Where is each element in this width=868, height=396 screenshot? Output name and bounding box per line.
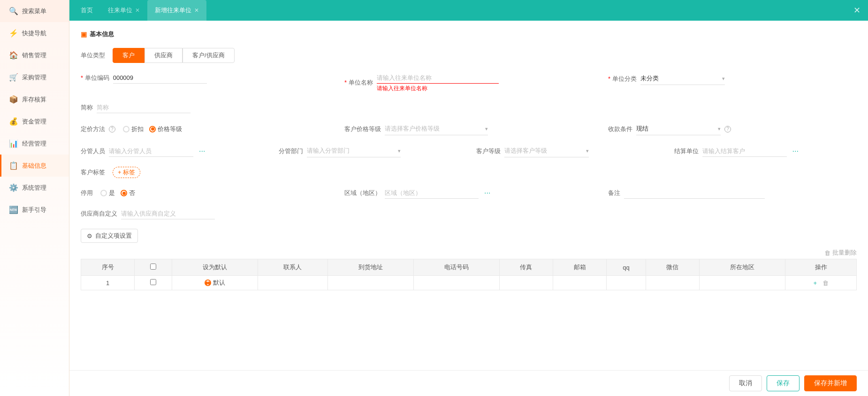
tab-partner[interactable]: 往来单位 ✕ — [100, 0, 147, 21]
customer-tag-field: 客户标签 + 标签 — [81, 167, 857, 178]
sidebar-item-basic-info[interactable]: 📋 基础信息 — [0, 155, 69, 177]
customer-level-placeholder: 请选择客户等级 — [504, 147, 584, 155]
table-select-all[interactable] — [150, 264, 156, 270]
settlement-unit-input[interactable] — [702, 146, 787, 157]
discount-radio-circle — [123, 126, 129, 132]
col-default: 设为默认 — [172, 259, 258, 276]
custom-settings-button[interactable]: ⚙ 自定义项设置 — [81, 229, 138, 243]
batch-delete-btn[interactable]: 🗑 批量删除 — [81, 248, 857, 257]
unit-type-both[interactable]: 客户/供应商 — [183, 48, 235, 63]
unit-code-field: 单位编码 — [81, 72, 329, 84]
gear-icon: ⚙ — [87, 233, 92, 240]
unit-type-supplier[interactable]: 供应商 — [145, 48, 183, 63]
settlement-unit-more-btn[interactable]: ··· — [791, 147, 800, 155]
unit-type-customer[interactable]: 客户 — [113, 48, 145, 63]
unit-type-label: 单位类型 — [81, 51, 105, 60]
row-manager: 分管人员 ··· 分管部门 请输入分管部门 ▾ 客户等级 请选择客户等级 ▾ 结… — [81, 145, 857, 157]
row-fax — [499, 276, 553, 290]
sidebar-item-finance[interactable]: 💰 资金管理 — [0, 110, 69, 132]
section-icon: ▣ — [81, 31, 87, 38]
save-and-new-button[interactable]: 保存并新增 — [804, 375, 857, 391]
pricing-help-icon[interactable]: ? — [109, 126, 115, 132]
sidebar: 🔍 搜索菜单 ⚡ 快捷导航 🏠 销售管理 🛒 采购管理 📦 库存核算 💰 资金管… — [0, 0, 69, 396]
pricing-discount-radio[interactable]: 折扣 — [123, 125, 144, 133]
search-icon: 🔍 — [9, 7, 18, 16]
supplier-custom-field: 供应商自定义 — [81, 208, 857, 219]
save-button[interactable]: 保存 — [767, 375, 799, 391]
tab-new-partner[interactable]: 新增往来单位 ✕ — [147, 0, 206, 21]
section-basic-info: ▣ 基本信息 — [81, 30, 857, 39]
department-select[interactable]: 请输入分管部门 ▾ — [307, 145, 401, 157]
customer-price-level-label: 客户价格等级 — [344, 125, 381, 133]
sidebar-item-quick-nav[interactable]: ⚡ 快捷导航 — [0, 22, 69, 44]
close-all-tabs[interactable]: ✕ — [850, 5, 864, 16]
pricing-method-field: 定价方法 ? 折扣 价格等级 — [81, 125, 329, 133]
short-name-input[interactable] — [97, 102, 190, 113]
customer-level-field: 客户等级 请选择客户等级 ▾ — [476, 145, 659, 157]
sidebar-item-inventory[interactable]: 📦 库存核算 — [0, 88, 69, 110]
remark-input[interactable] — [624, 187, 765, 199]
close-partner-tab[interactable]: ✕ — [135, 7, 140, 14]
remark-label: 备注 — [608, 189, 620, 197]
disabled-no-radio[interactable]: 否 — [121, 189, 135, 197]
sidebar-item-system[interactable]: ⚙️ 系统管理 — [0, 177, 69, 199]
region-input[interactable] — [385, 187, 479, 199]
pricing-radio-group: 折扣 价格等级 — [123, 125, 182, 133]
region-more-btn[interactable]: ··· — [482, 189, 492, 197]
unit-type-row: 单位类型 客户 供应商 客户/供应商 — [81, 48, 857, 63]
basic-info-icon: 📋 — [9, 161, 18, 170]
disabled-yes-radio[interactable]: 是 — [100, 189, 115, 197]
default-radio[interactable] — [205, 280, 211, 286]
col-phone: 电话号码 — [413, 259, 499, 276]
customer-price-level-arrow: ▾ — [485, 126, 488, 132]
tab-home[interactable]: 首页 — [73, 0, 100, 21]
sidebar-item-search[interactable]: 🔍 搜索菜单 — [0, 0, 69, 22]
add-tag-btn[interactable]: + 标签 — [113, 167, 140, 178]
row-email — [553, 276, 607, 290]
col-qq: qq — [607, 259, 646, 276]
unit-name-field: 单位名称 请输入往来单位名称 — [344, 72, 593, 93]
cancel-button[interactable]: 取消 — [729, 375, 762, 391]
supplier-custom-label: 供应商自定义 — [81, 210, 117, 218]
payment-terms-arrow: ▾ — [718, 126, 721, 132]
col-seq: 序号 — [81, 259, 135, 276]
payment-terms-label: 收款条件 — [608, 125, 632, 133]
payment-terms-help-icon[interactable]: ? — [724, 126, 731, 132]
unit-code-input[interactable] — [113, 72, 207, 84]
short-name-field: 简称 — [81, 102, 857, 113]
col-wechat: 微信 — [646, 259, 699, 276]
col-email: 邮箱 — [553, 259, 607, 276]
col-address: 到货地址 — [327, 259, 413, 276]
manager-input[interactable] — [109, 146, 193, 157]
customer-price-level-field: 客户价格等级 请选择客户价格等级 ▾ — [344, 123, 593, 135]
row-add-btn[interactable]: + — [813, 280, 817, 287]
row-contact — [258, 276, 327, 290]
customer-level-select[interactable]: 请选择客户等级 ▾ — [504, 145, 589, 157]
pricing-level-radio[interactable]: 价格等级 — [149, 125, 182, 133]
sidebar-item-operations[interactable]: 📊 经营管理 — [0, 132, 69, 155]
sidebar-item-sales[interactable]: 🏠 销售管理 — [0, 44, 69, 66]
unit-name-label: 单位名称 — [344, 78, 373, 87]
close-new-partner-tab[interactable]: ✕ — [194, 7, 199, 14]
department-arrow: ▾ — [398, 148, 401, 154]
remark-field: 备注 — [608, 187, 857, 199]
unit-category-select[interactable]: 未分类 ▾ — [640, 72, 725, 85]
unit-name-error: 请输入往来单位名称 — [377, 85, 499, 93]
region-field: 区域（地区） ··· — [344, 187, 593, 199]
manager-more-btn[interactable]: ··· — [197, 147, 207, 155]
row-pricing: 定价方法 ? 折扣 价格等级 客户价格等级 请选择客户价格等级 — [81, 123, 857, 135]
department-label: 分管部门 — [279, 147, 303, 155]
row-code-name-category: 单位编码 单位名称 请输入往来单位名称 单位分类 未分类 ▾ — [81, 72, 857, 93]
col-action: 操作 — [785, 259, 857, 276]
row-delete-btn[interactable]: 🗑 — [822, 280, 829, 287]
customer-price-level-select[interactable]: 请选择客户价格等级 ▾ — [385, 123, 488, 135]
row-select-checkbox[interactable] — [150, 279, 156, 285]
main-content: 首页 往来单位 ✕ 新增往来单位 ✕ ✕ ▣ 基本信息 单位类型 客户 供应商 — [69, 0, 868, 396]
payment-terms-select[interactable]: 现结 ▾ — [636, 123, 721, 135]
sidebar-item-guide[interactable]: 🆕 新手引导 — [0, 199, 69, 221]
supplier-custom-input[interactable] — [121, 208, 215, 219]
col-region: 所在地区 — [699, 259, 785, 276]
customer-level-arrow: ▾ — [586, 148, 589, 154]
sidebar-item-purchase[interactable]: 🛒 采购管理 — [0, 66, 69, 88]
unit-name-input[interactable] — [377, 72, 499, 84]
